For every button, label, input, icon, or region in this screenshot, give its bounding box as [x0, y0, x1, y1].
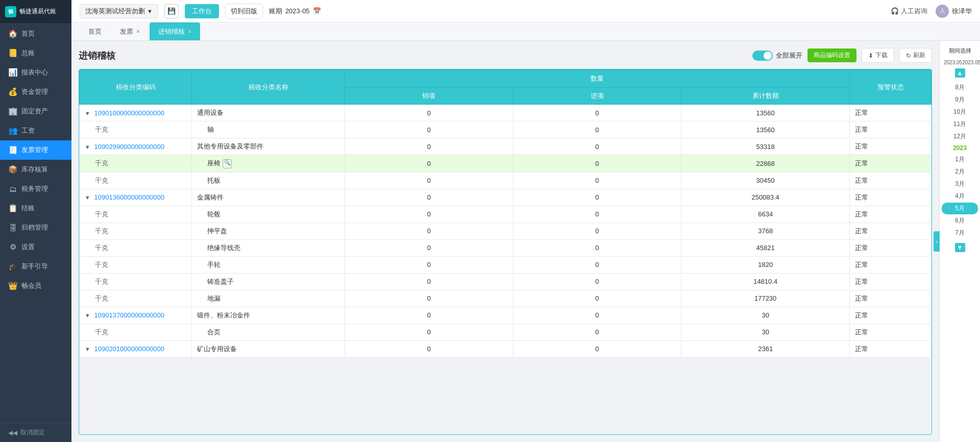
total-cell: 30450: [681, 172, 850, 189]
tab-bar: 首页 发票 × 进销稽核 ×: [71, 22, 980, 41]
sales-cell: 0: [345, 340, 513, 357]
main-area: 沈海英测试经营勿删 ▼ 💾 工作台 切到旧版 账期 2023-05 📅 🎧 人工…: [71, 0, 980, 442]
month-item[interactable]: 12月: [942, 131, 978, 142]
period-from: 2023.05: [944, 60, 962, 65]
tax-code-cell: ▼ 1090299000000000000: [80, 138, 192, 155]
close-icon[interactable]: ×: [136, 29, 140, 35]
period-to: 2023.05: [962, 60, 980, 65]
search-icon[interactable]: 🔍: [223, 159, 232, 168]
expand-icon[interactable]: ▼: [85, 144, 90, 150]
sidebar-item-guide[interactable]: 🎓 新手引导: [0, 257, 71, 276]
save-button[interactable]: 💾: [164, 4, 179, 18]
tax-code-cell: 千克: [80, 121, 192, 138]
period-down-button[interactable]: ▼: [955, 243, 965, 252]
sidebar-item-payroll[interactable]: 👥 工资: [0, 121, 71, 140]
sidebar-item-vip[interactable]: 👑 畅会员: [0, 276, 71, 296]
sidebar-item-label: 固定资产: [21, 107, 48, 116]
month-item[interactable]: 1月: [942, 154, 978, 165]
right-panel: › 期间选择 2023.05 2023.05 ▲ 8月9月10月11月12月20…: [939, 41, 980, 442]
month-item[interactable]: 2月: [942, 166, 978, 178]
assets-icon: 🏢: [8, 107, 17, 116]
download-button[interactable]: ⬇ 下载: [862, 48, 894, 63]
purchase-cell: 0: [513, 138, 681, 155]
total-cell: 30: [681, 324, 850, 340]
tax-name-cell: 绝缘导线壳: [192, 239, 345, 256]
tab-home[interactable]: 首页: [80, 22, 110, 40]
period-up-button[interactable]: ▲: [955, 68, 965, 78]
tax-code-cell: 千克: [80, 155, 192, 173]
table-row: ▼ 1090136000000000000 金属铸件 0 0 250083.4 …: [80, 189, 932, 206]
sidebar-item-ledger[interactable]: 📒 总账: [0, 43, 71, 63]
period-title: 期间选择: [942, 45, 978, 57]
tax-code-cell: 千克: [80, 206, 192, 223]
sidebar-item-assets[interactable]: 🏢 固定资产: [0, 102, 71, 121]
user-menu[interactable]: 人 徐泽华: [936, 5, 972, 18]
sales-cell: 0: [345, 273, 513, 290]
home-icon: 🏠: [8, 29, 17, 38]
closing-icon: 📋: [8, 204, 17, 213]
tax-code-cell: 千克: [80, 239, 192, 256]
toggle-switch[interactable]: [752, 51, 773, 61]
sidebar-item-finance[interactable]: 💰 资金管理: [0, 82, 71, 102]
col-sales: 销项: [345, 88, 513, 105]
sidebar-item-archive[interactable]: 🗄 归档管理: [0, 218, 71, 237]
sidebar-item-closing[interactable]: 📋 结账: [0, 199, 71, 218]
topbar-right: 🎧 人工咨询 人 徐泽华: [891, 5, 972, 18]
month-item[interactable]: 4月: [942, 190, 978, 202]
workspace-button[interactable]: 工作台: [185, 4, 219, 18]
sidebar-item-settings[interactable]: ⚙ 设置: [0, 237, 71, 257]
tax-code-cell: 千克: [80, 324, 192, 340]
product-code-button[interactable]: 商品编码设置: [807, 48, 856, 62]
sales-cell: 0: [345, 307, 513, 324]
panel-toggle[interactable]: ›: [934, 231, 940, 252]
warning-cell: 正常: [850, 206, 932, 223]
month-item[interactable]: 3月: [942, 178, 978, 190]
tax-name-cell: 通用设备: [192, 105, 345, 121]
sales-cell: 0: [345, 189, 513, 206]
company-selector[interactable]: 沈海英测试经营勿删 ▼: [80, 4, 158, 18]
finance-icon: 💰: [8, 87, 17, 96]
sales-cell: 0: [345, 121, 513, 138]
table-row: ▼ 1090201000000000000 矿山专用设备 0 0 2361 正常: [80, 340, 932, 357]
month-item[interactable]: 7月: [942, 227, 978, 239]
purchase-cell: 0: [513, 223, 681, 239]
purchase-cell: 0: [513, 340, 681, 357]
month-item[interactable]: 10月: [942, 106, 978, 118]
tab-invoice[interactable]: 发票 ×: [111, 22, 149, 40]
table-row: ▼ 1090299000000000000 其他专用设备及零部件 0 0 533…: [80, 138, 932, 155]
switch-version-button[interactable]: 切到旧版: [225, 4, 263, 19]
sales-cell: 0: [345, 239, 513, 256]
warning-cell: 正常: [850, 256, 932, 273]
tax-code-cell: 千克: [80, 290, 192, 307]
month-item[interactable]: 5月: [942, 203, 978, 214]
month-item[interactable]: 9月: [942, 94, 978, 106]
calendar-icon[interactable]: 📅: [313, 7, 321, 15]
month-item[interactable]: 6月: [942, 215, 978, 227]
sidebar-item-home[interactable]: 🏠 首页: [0, 24, 71, 43]
expand-icon[interactable]: ▼: [85, 312, 90, 318]
sales-cell: 0: [345, 324, 513, 340]
expand-icon[interactable]: ▼: [85, 194, 90, 201]
sidebar-item-invoice[interactable]: 🧾 发票管理: [0, 140, 71, 160]
sales-cell: 0: [345, 290, 513, 307]
refresh-button[interactable]: ↻ 刷新: [899, 48, 932, 63]
page-title: 进销稽核: [79, 50, 115, 62]
month-item[interactable]: 8月: [942, 82, 978, 93]
sidebar-item-tax[interactable]: 🗂 税务管理: [0, 179, 71, 199]
close-icon[interactable]: ×: [188, 29, 191, 35]
sidebar-unpin[interactable]: ◀◀ 取消固定: [0, 423, 71, 442]
month-item[interactable]: 11月: [942, 118, 978, 130]
sidebar-item-label: 归档管理: [21, 223, 48, 232]
purchase-cell: 0: [513, 105, 681, 121]
tax-icon: 🗂: [8, 185, 17, 193]
help-button[interactable]: 🎧 人工咨询: [891, 7, 927, 16]
refresh-icon: ↻: [906, 52, 911, 59]
expand-icon[interactable]: ▼: [85, 110, 90, 116]
total-cell: 2361: [681, 340, 850, 357]
tab-reconciliation[interactable]: 进销稽核 ×: [150, 22, 200, 40]
sidebar-item-inventory[interactable]: 📦 库存核算: [0, 160, 71, 179]
total-cell: 22868: [681, 155, 850, 173]
tax-name-cell: 其他专用设备及零部件: [192, 138, 345, 155]
expand-icon[interactable]: ▼: [85, 346, 90, 352]
sidebar-item-reports[interactable]: 📊 报表中心: [0, 63, 71, 82]
